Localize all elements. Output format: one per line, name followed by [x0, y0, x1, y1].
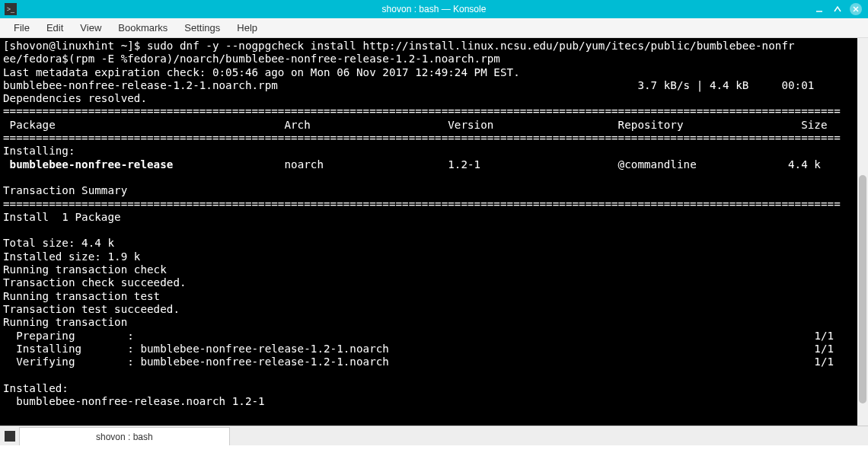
running-tx-line: Running transaction [3, 316, 127, 328]
scrollbar[interactable] [857, 38, 868, 426]
divider-line: ========================================… [3, 132, 841, 144]
new-tab-button[interactable] [0, 427, 20, 445]
maximize-button[interactable] [831, 3, 844, 15]
terminal-icon [5, 431, 15, 442]
menu-settings[interactable]: Settings [177, 20, 228, 36]
titlebar: >_ shovon : bash — Konsole [0, 0, 868, 18]
package-details: noarch 1.2-1 @commandline 4.4 k [173, 158, 821, 171]
running-tx-check-line: Running transaction check [3, 263, 167, 276]
rpm-download-line: bumblebee-nonfree-release-1.2-1.noarch.r… [3, 79, 841, 91]
command-line-2: ee/fedora$(rpm -E %fedora)/noarch/bumble… [3, 53, 500, 65]
window-title: shovon : bash — Konsole [382, 4, 487, 14]
running-tx-test-line: Running transaction test [3, 290, 160, 302]
installed-header: Installed: [3, 382, 69, 394]
installing-line: Installing : bumblebee-nonfree-release-1… [3, 343, 841, 355]
menu-file[interactable]: File [6, 20, 37, 36]
installing-header: Installing: [3, 145, 75, 157]
installed-package-line: bumblebee-nonfree-release.noarch 1.2-1 [3, 395, 265, 407]
install-count-line: Install 1 Package [3, 211, 121, 223]
menu-view[interactable]: View [72, 20, 109, 36]
close-button[interactable] [850, 3, 862, 15]
deps-resolved-line: Dependencies resolved. [3, 92, 147, 104]
menu-bookmarks[interactable]: Bookmarks [110, 20, 175, 36]
table-header-row: Package Arch Version Repository Size [3, 119, 828, 131]
tabbar: shovon : bash [0, 426, 868, 445]
menu-edit[interactable]: Edit [39, 20, 71, 36]
transaction-summary-header: Transaction Summary [3, 184, 127, 196]
menubar: File Edit View Bookmarks Settings Help [0, 18, 868, 38]
divider-line: ========================================… [3, 198, 841, 210]
tx-test-ok-line: Transaction test succeeded. [3, 303, 180, 315]
tab-shovon-bash[interactable]: shovon : bash [20, 427, 230, 445]
scrollbar-thumb[interactable] [859, 175, 866, 403]
app-icon: >_ [5, 3, 17, 15]
prompt: [shovon@linuxhint ~]$ [3, 40, 147, 52]
preparing-line: Preparing : 1/1 [3, 330, 841, 342]
terminal-output[interactable]: [shovon@linuxhint ~]$ sudo dnf -y --nogp… [0, 38, 857, 426]
tx-check-ok-line: Transaction check succeeded. [3, 276, 187, 289]
package-name: bumblebee-nonfree-release [3, 158, 173, 171]
minimize-button[interactable] [813, 3, 825, 15]
menu-help[interactable]: Help [229, 20, 265, 36]
tab-label: shovon : bash [96, 432, 153, 442]
total-size-line: Total size: 4.4 k [3, 237, 114, 249]
command-line-1: sudo dnf -y --nogpgcheck install http://… [147, 40, 795, 52]
installed-size-line: Installed size: 1.9 k [3, 250, 140, 263]
divider-line: ========================================… [3, 105, 841, 117]
window-controls [813, 3, 868, 15]
metadata-check-line: Last metadata expiration check: 0:05:46 … [3, 66, 520, 78]
verifying-line: Verifying : bumblebee-nonfree-release-1.… [3, 356, 841, 368]
